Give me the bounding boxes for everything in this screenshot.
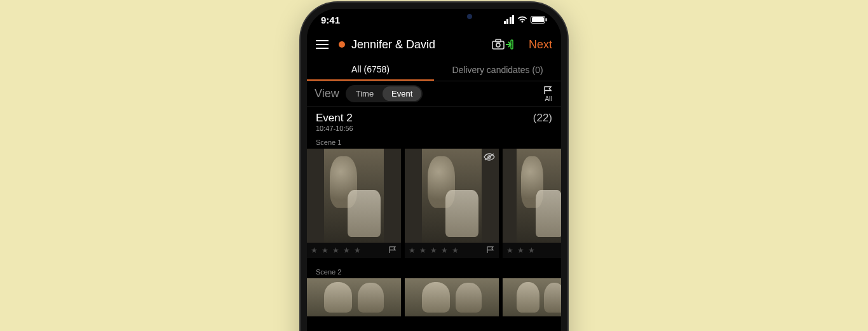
thumbnail-image[interactable] [307,149,401,243]
status-dot-icon [339,41,345,48]
thumbnail-card[interactable]: ★ ★ ★ ★ ★ [405,149,499,258]
thumbnail-card[interactable] [503,278,561,316]
flag-icon[interactable] [486,245,495,256]
svg-point-5 [496,43,500,47]
event-count: (22) [533,112,552,125]
star-icon[interactable]: ★ [528,246,535,255]
star-icon[interactable]: ★ [419,246,426,255]
status-time: 9:41 [321,15,340,25]
project-title: Jennifer & David [351,38,435,51]
filter-flag-all-label: All [545,95,552,102]
next-button[interactable]: Next [529,38,552,51]
view-label: View [315,87,339,100]
event-header: Event 2 10:47-10:56 (22) [307,107,561,135]
svg-rect-4 [496,39,501,42]
hidden-icon[interactable] [484,152,495,164]
tab-bar: All (6758) Delivery candidates (0) [307,58,561,81]
star-icon[interactable]: ★ [441,246,448,255]
star-icon[interactable]: ★ [354,246,361,255]
tab-all[interactable]: All (6758) [307,58,434,81]
thumbnail-card[interactable]: ★ ★ ★ [503,149,561,258]
menu-icon[interactable] [316,40,329,49]
star-icon[interactable]: ★ [409,246,416,255]
status-indicators [504,15,548,24]
scene-1-thumbs[interactable]: ★ ★ ★ ★ ★ ★ [307,149,561,258]
scene-2-label: Scene 2 [307,264,561,278]
thumbnail-image[interactable] [503,278,561,316]
phone-frame: 9:41 Jennifer & David [301,3,567,331]
thumbnail-rating: ★ ★ ★ ★ ★ [405,243,499,258]
star-icon[interactable]: ★ [311,246,318,255]
svg-rect-6 [511,40,513,49]
phone-notch [377,9,491,25]
thumbnail-rating: ★ ★ ★ ★ ★ [307,243,401,258]
flag-icon [543,86,553,95]
svg-rect-1 [532,17,544,22]
event-title: Event 2 [316,112,353,125]
scene-2-thumbs[interactable] [307,278,561,316]
camera-import-icon[interactable] [492,38,513,51]
star-icon[interactable]: ★ [343,246,350,255]
thumbnail-image[interactable] [405,149,499,243]
star-icon[interactable]: ★ [332,246,339,255]
thumbnail-image[interactable] [307,278,401,316]
segment-time[interactable]: Time [347,86,383,101]
scene-1-label: Scene 1 [307,135,561,149]
cellular-icon [504,15,515,24]
star-icon[interactable]: ★ [430,246,437,255]
thumbnail-image[interactable] [503,149,561,243]
thumbnail-image[interactable] [405,278,499,316]
segment-event[interactable]: Event [383,86,421,101]
thumbnail-card[interactable] [405,278,499,316]
svg-rect-3 [492,41,504,49]
thumbnail-card[interactable] [307,278,401,316]
tab-delivery[interactable]: Delivery candidates (0) [434,58,561,81]
view-controls: View Time Event All [307,81,561,107]
star-icon[interactable]: ★ [452,246,459,255]
event-time: 10:47-10:56 [316,125,353,132]
thumbnail-rating: ★ ★ ★ [503,243,561,258]
app-screen: 9:41 Jennifer & David [307,9,561,331]
wifi-icon [517,16,527,24]
view-segment: Time Event [346,85,423,102]
svg-rect-2 [546,18,547,22]
star-icon[interactable]: ★ [322,246,329,255]
star-icon[interactable]: ★ [517,246,524,255]
filter-flag-all[interactable]: All [543,86,553,102]
star-icon[interactable]: ★ [506,246,513,255]
flag-icon[interactable] [388,245,397,256]
battery-icon [531,16,547,24]
nav-bar: Jennifer & David Next [307,30,561,58]
thumbnail-card[interactable]: ★ ★ ★ ★ ★ [307,149,401,258]
